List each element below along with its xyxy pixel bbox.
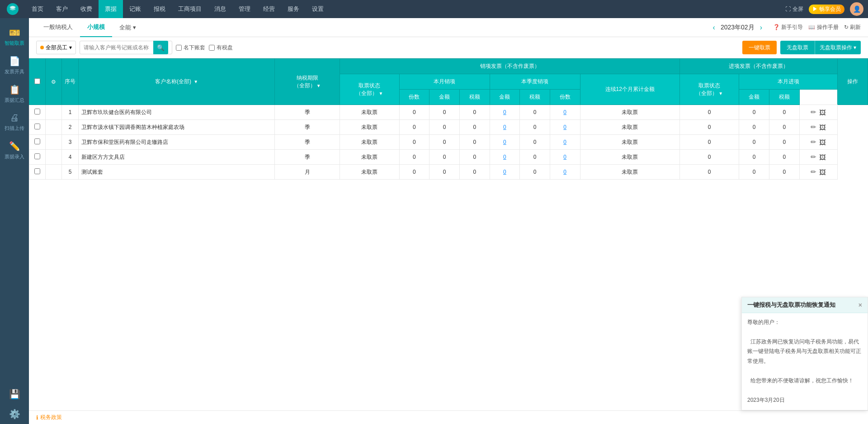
nav-business[interactable]: 工商项目: [172, 0, 208, 18]
view-icon[interactable]: 🖼: [819, 124, 826, 131]
row-input-month-count: 0: [679, 150, 739, 165]
nav-message[interactable]: 消息: [208, 0, 232, 18]
tab-all-capability[interactable]: 全能 ▾: [112, 18, 143, 37]
table-row: 4 新建区方方文具店 季 未取票 0 0 0 0 0 0 未取票 0 0 0 ✏…: [29, 150, 868, 165]
th-input-month-tax: 税额: [769, 90, 799, 105]
row-sales-year-amount: 0: [550, 105, 580, 120]
view-icon[interactable]: 🖼: [819, 109, 826, 116]
sidebar-item-label: 票据汇总: [5, 97, 24, 104]
row-input-status: 未取票: [580, 165, 679, 180]
info-icon: ℹ: [36, 414, 38, 421]
checkbox-taxdisk[interactable]: 有税盘: [209, 44, 233, 52]
select-all-checkbox[interactable]: [34, 78, 40, 84]
fullscreen-btn[interactable]: ⛶ 全屏: [785, 5, 803, 13]
row-tax-period: 季: [275, 105, 340, 120]
row-client-name: 测试账套: [79, 165, 275, 180]
sidebar-item-scan-upload[interactable]: 🖨 扫描上传: [0, 108, 29, 136]
row-input-month-amount: 0: [739, 165, 769, 180]
nav-fee[interactable]: 收费: [74, 0, 99, 18]
row-sales-year-amount: 0: [550, 150, 580, 165]
nav-service[interactable]: 服务: [281, 0, 306, 18]
sidebar-item-invoice-entry[interactable]: ✏️ 票据录入: [0, 136, 29, 165]
edit-icon[interactable]: ✏: [811, 168, 816, 176]
nav-invoice[interactable]: 票据: [99, 0, 123, 18]
row-actions: ✏ 🖼: [799, 105, 838, 120]
row-input-month-amount: 0: [739, 150, 769, 165]
notification-close-btn[interactable]: ×: [859, 301, 862, 309]
nav-home[interactable]: 首页: [25, 0, 50, 18]
tab-general-taxpayer[interactable]: 一般纳税人: [36, 18, 80, 37]
subaccount-checkbox[interactable]: [176, 45, 182, 51]
edit-icon[interactable]: ✏: [811, 138, 816, 146]
manual-btn[interactable]: 📖 操作手册: [808, 24, 838, 31]
invoice-entry-icon: ✏️: [9, 141, 20, 152]
sidebar-item-invoice-summary[interactable]: 📋 票据汇总: [0, 80, 29, 108]
new-guide-btn[interactable]: ❓ 新手引导: [773, 24, 803, 31]
no-disc-operation-btn[interactable]: 无盘取票操作 ▾: [815, 41, 861, 54]
row-sales-month-tax: 0: [459, 150, 490, 165]
th-sales-quarter: 本季度销项: [490, 74, 580, 90]
vip-btn[interactable]: ▶ 畅享会员: [809, 5, 844, 14]
search-input[interactable]: [84, 44, 151, 51]
one-key-ticket-btn[interactable]: 一键取票: [742, 41, 777, 54]
main-layout: 🎫 智能取票 📄 发票开具 📋 票据汇总 🖨 扫描上传 ✏️ 票据录入 💾 ⚙️: [0, 18, 868, 424]
row-sales-month-count: 0: [399, 150, 429, 165]
row-sales-year-amount: 0: [550, 135, 580, 150]
row-input-month-count: 0: [679, 165, 739, 180]
nav-operation[interactable]: 经营: [257, 0, 281, 18]
sidebar-item-invoice-issue[interactable]: 📄 发票开具: [0, 51, 29, 80]
edit-icon[interactable]: ✏: [811, 108, 816, 116]
nav-manage[interactable]: 管理: [232, 0, 257, 18]
notification-body: 尊敬的用户： 江苏政务网已恢复访问电子税务局功能，易代账一键登陆电子税务局与无盘…: [742, 313, 868, 410]
refresh-btn[interactable]: ↻ 刷新: [844, 24, 861, 31]
row-input-month-count: 0: [679, 135, 739, 150]
row-input-month-amount: 0: [739, 105, 769, 120]
edit-icon[interactable]: ✏: [811, 123, 816, 131]
taxdisk-checkbox[interactable]: [209, 45, 215, 51]
sidebar-item-save[interactable]: 💾: [0, 384, 29, 404]
checkbox-subaccount[interactable]: 名下账套: [176, 44, 205, 52]
current-date: 2023年02月: [721, 24, 755, 32]
sidebar-item-gear[interactable]: ⚙️: [0, 404, 29, 424]
user-avatar[interactable]: 👤: [850, 2, 863, 16]
filter-icon[interactable]: ▼: [378, 91, 383, 96]
view-icon[interactable]: 🖼: [819, 168, 826, 176]
table-row: 2 卫辉市汲水镇下园调香阁苗木种植家庭农场 季 未取票 0 0 0 0 0 0 …: [29, 120, 868, 135]
th-checkbox: [29, 59, 46, 105]
row-num: 1: [62, 105, 79, 120]
nav-tax[interactable]: 报税: [147, 0, 172, 18]
nav-accounting[interactable]: 记账: [123, 0, 147, 18]
nav-client[interactable]: 客户: [50, 0, 74, 18]
th-sales-month-count: 份数: [399, 90, 429, 105]
next-month-btn[interactable]: ›: [758, 22, 764, 33]
edit-icon[interactable]: ✏: [811, 153, 816, 161]
tax-policy-link[interactable]: 税务政策: [40, 414, 62, 421]
sidebar-item-smart-ticket[interactable]: 🎫 智能取票: [0, 23, 29, 51]
employee-select[interactable]: 全部员工 ▾: [36, 41, 76, 54]
row-sales-status: 未取票: [340, 105, 399, 120]
row-sales-quarter-tax: 0: [520, 165, 550, 180]
th-sales-month-tax: 税额: [459, 90, 490, 105]
sidebar-item-label: 智能取票: [5, 40, 24, 47]
view-icon[interactable]: 🖼: [819, 153, 826, 161]
bottom-bar[interactable]: ℹ 税务政策: [29, 410, 868, 424]
toolbar: 全部员工 ▾ 🔍 名下账套 有税盘 一键取票: [29, 37, 868, 58]
row-checkbox[interactable]: [34, 168, 40, 174]
filter-icon[interactable]: ▼: [316, 83, 321, 88]
row-input-month-amount: 0: [739, 120, 769, 135]
row-checkbox[interactable]: [34, 153, 40, 159]
filter-icon[interactable]: ▼: [718, 91, 723, 96]
row-tax-period: 季: [275, 150, 340, 165]
view-icon[interactable]: 🖼: [819, 138, 826, 146]
search-button[interactable]: 🔍: [153, 41, 168, 54]
nav-settings[interactable]: 设置: [306, 0, 330, 18]
no-disc-ticket-btn[interactable]: 无盘取票: [780, 41, 815, 54]
row-checkbox[interactable]: [34, 109, 40, 114]
row-settings-cell: [46, 150, 62, 165]
filter-icon[interactable]: ▼: [193, 79, 198, 84]
row-checkbox[interactable]: [34, 124, 40, 129]
nav-items: 首页 客户 收费 票据 记账 报税 工商项目 消息 管理 经营 服务 设置: [25, 0, 785, 18]
tab-small-scale[interactable]: 小规模: [80, 18, 112, 37]
row-checkbox[interactable]: [34, 138, 40, 144]
prev-month-btn[interactable]: ‹: [711, 22, 717, 33]
